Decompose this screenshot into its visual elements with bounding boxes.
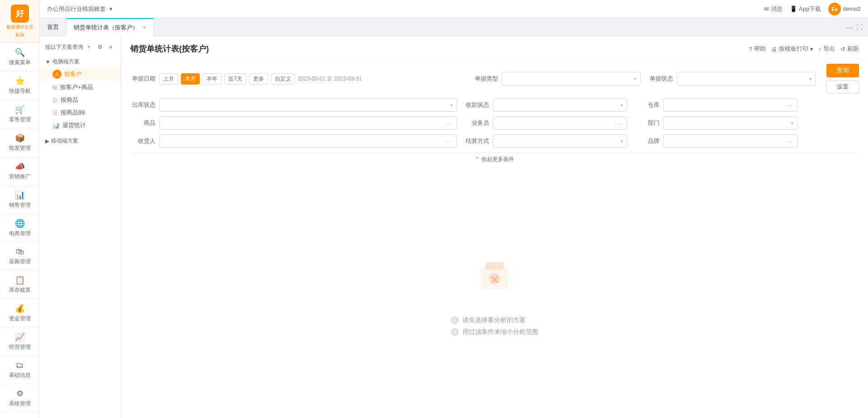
settlement-select[interactable]: ▾ (493, 134, 627, 148)
product-select[interactable]: ··· (159, 116, 457, 130)
sidebar-item-retail[interactable]: 🛒 零售管理 (0, 100, 39, 128)
sidebar-item-ecommerce[interactable]: 🌐 电商管理 (0, 214, 39, 242)
sidebar-logo[interactable]: 好 畅捷通好生意 标版 (0, 0, 39, 43)
outstatus-caret: ▾ (450, 103, 453, 108)
sidebar-item-search[interactable]: 🔍 搜索菜单 (0, 43, 39, 71)
bizmanage-icon: 📈 (15, 332, 25, 342)
app-download-btn[interactable]: 📱 App下载 (790, 5, 821, 13)
filter-department-col: 部门 ▾ (634, 116, 797, 130)
date-btn-7days[interactable]: 近7天 (224, 73, 246, 85)
empty-state: 1 请先选择要分析的方案 2 用过滤条件来缩小分析范围 (121, 171, 868, 418)
docstatus-select[interactable]: ▾ (677, 72, 816, 86)
settings-scheme-btn[interactable]: ⚙ (95, 43, 104, 52)
brand-select[interactable]: ··· (663, 134, 797, 148)
tree-item-customer-icon: 人 (52, 70, 61, 79)
export-btn[interactable]: ↑ 导出 (819, 45, 835, 53)
sidebar-item-bizmanage[interactable]: 📈 经营管理 (0, 328, 39, 356)
tree-item-product-icon: ☰ (52, 97, 58, 104)
sidebar-item-marketing[interactable]: 📣 营销推广 (0, 157, 39, 185)
date-btn-custom[interactable]: 自定义 (271, 73, 295, 85)
tab-home[interactable]: 首页 (40, 18, 66, 36)
collection-select[interactable]: ▾ (493, 98, 627, 112)
sidebar-item-finance-label: 资金管理 (9, 315, 31, 323)
sidebar-item-wholesale[interactable]: 📦 批发管理 (0, 128, 39, 157)
date-btn-lastmonth[interactable]: 上月 (159, 73, 178, 85)
receiver-select[interactable]: ··· (159, 134, 457, 148)
query-button[interactable]: 查询 (826, 64, 859, 77)
tree-item-by-product[interactable]: ☰ 按商品 (40, 94, 121, 106)
add-scheme-btn[interactable]: + (85, 43, 94, 52)
topbar-dropdown-icon[interactable]: ▾ (109, 5, 113, 12)
message-btn[interactable]: ✉ 消息 (764, 5, 783, 13)
empty-tips: 1 请先选择要分析的方案 2 用过滤条件来缩小分析范围 (451, 316, 538, 336)
tree-item-returns[interactable]: 📊 退货统计 (40, 119, 121, 132)
sidebar-item-purchase[interactable]: 🛍 采购管理 (0, 242, 39, 271)
tab-sales-stats[interactable]: 销货单统计表（按客户） × (66, 18, 154, 36)
department-select[interactable]: ▾ (663, 116, 797, 130)
date-range-display: 2023-03-01 至 2023-03-31 (298, 75, 362, 83)
sidebar-item-quicknav[interactable]: ⭐ 快捷导航 (0, 71, 39, 100)
tree-mobile-icon: ▶ (45, 138, 49, 144)
wholesale-icon: 📦 (15, 133, 25, 143)
brand-label: 品牌 (634, 137, 660, 145)
refresh-btn[interactable]: ↺ 刷新 (840, 45, 859, 53)
collapse-bar[interactable]: ⌃ 收起更多条件 (130, 152, 859, 166)
collapse-panel-btn[interactable]: « (106, 43, 115, 52)
salesperson-dots: ··· (615, 119, 623, 127)
sidebar-item-collab[interactable]: 👥 企业协同 (0, 413, 39, 418)
tree-item-by-customer[interactable]: 人 按客户 (40, 67, 121, 81)
sidebar-item-baseinfo-label: 基础信息 (9, 371, 31, 379)
right-content: 销货单统计表(按客户) ? 帮助 🖨 按模板打印 ▾ ↑ 导出 (121, 36, 868, 418)
sidebar-item-system[interactable]: ⚙ 系统管理 (0, 384, 39, 413)
filter-receiver-col: 收货人 ··· (130, 134, 457, 148)
sidebar-item-finance[interactable]: 💰 资金管理 (0, 299, 39, 328)
baseinfo-icon: 🗂 (16, 361, 24, 370)
salesperson-select[interactable]: ··· (493, 116, 627, 130)
tree-item-customer-label: 按客户 (64, 70, 82, 78)
help-icon: ? (749, 46, 752, 52)
date-btn-more[interactable]: 更多 (249, 73, 268, 85)
date-btn-thismonth[interactable]: 本月 (181, 73, 200, 85)
user-area[interactable]: Ea demo2 (828, 3, 861, 15)
refresh-label: 刷新 (847, 45, 859, 53)
receiver-label: 收货人 (130, 137, 156, 145)
tip-num-2: 2 (451, 328, 459, 336)
help-btn[interactable]: ? 帮助 (749, 45, 765, 53)
settlement-label: 结算方式 (464, 137, 489, 145)
settings-button[interactable]: 设置 (826, 80, 859, 94)
tree-item-by-product99[interactable]: ☰ 按商品99 (40, 106, 121, 119)
tree-group-desktop-label[interactable]: ▼ 电脑端方案 (40, 56, 121, 67)
sidebar-item-bizmanage-label: 经营管理 (9, 343, 31, 351)
product-dots: ··· (444, 119, 453, 127)
finance-icon: 💰 (15, 304, 25, 314)
collapse-up-icon: ⌃ (475, 156, 480, 162)
avatar: Ea (828, 3, 841, 15)
username: demo2 (843, 5, 861, 12)
outstatus-select[interactable]: ▾ (159, 98, 457, 112)
sidebar-item-sales[interactable]: 📊 销售管理 (0, 185, 39, 214)
date-label: 单据日期 (130, 75, 156, 83)
quicknav-icon: ⭐ (15, 76, 25, 86)
topbar-title-area[interactable]: 办公用品行业模拟账套 ▾ (47, 5, 113, 13)
left-panel-header: 按以下方案查询 + ⚙ « (40, 40, 121, 54)
message-label: 消息 (771, 5, 783, 13)
sidebar-item-inventory[interactable]: 📋 库存核算 (0, 271, 39, 299)
doctype-select[interactable]: ▾ (502, 72, 641, 86)
date-btn-thisyear[interactable]: 本年 (203, 73, 222, 85)
sidebar-item-marketing-label: 营销推广 (9, 173, 31, 180)
tree-item-by-customer-product[interactable]: ⊞ 按客户+商品 (40, 81, 121, 94)
svg-point-2 (489, 273, 500, 284)
left-panel-actions: + ⚙ « (85, 43, 115, 52)
sidebar-item-baseinfo[interactable]: 🗂 基础信息 (0, 356, 39, 384)
print-btn[interactable]: 🖨 按模板打印 ▾ (771, 45, 813, 53)
tab-close-icon[interactable]: × (143, 24, 146, 31)
logo-sublabel: 标版 (15, 32, 24, 38)
tree-item-product-label: 按商品 (61, 96, 78, 104)
settlement-caret: ▾ (621, 139, 623, 144)
maximize-icon[interactable]: ⛶ (856, 24, 863, 31)
filter-product-col: 商品 ··· (130, 116, 457, 130)
left-panel-title: 按以下方案查询 (45, 43, 83, 51)
minimize-icon[interactable]: — (846, 24, 853, 31)
tree-group-mobile-label[interactable]: ▶ 移动端方案 (40, 135, 121, 147)
warehouse-select[interactable]: ··· (663, 98, 797, 112)
